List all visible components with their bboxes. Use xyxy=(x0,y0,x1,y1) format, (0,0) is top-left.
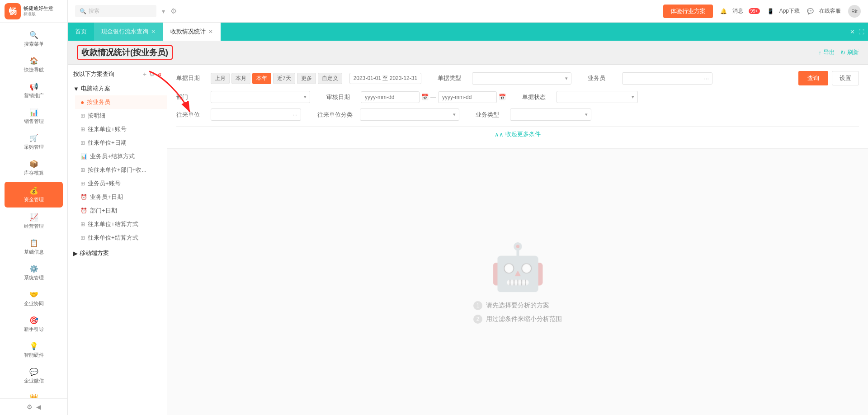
tree-item-unit-settle1[interactable]: ⊞ 往来单位+结算方式 xyxy=(75,217,167,231)
partner-category-select-wrapper xyxy=(360,108,459,121)
sidebar-item-operation[interactable]: 📈 经营管理 xyxy=(0,208,67,234)
unit-account-icon: ⊞ xyxy=(80,126,85,132)
query-btn[interactable]: 查询 xyxy=(798,71,828,85)
tree-item-unit-settle2[interactable]: ⊞ 往来单位+结算方式 xyxy=(75,231,167,245)
logo-title: 畅捷通好生意 xyxy=(24,5,53,11)
panel-settings-icon[interactable]: ⚙ xyxy=(149,71,155,78)
sidebar-item-quick-nav[interactable]: 🏠 快捷导航 xyxy=(0,52,67,78)
tree-item-by-detail[interactable]: ⊞ 按明细 xyxy=(75,109,167,123)
search-dropdown-icon[interactable]: ▾ xyxy=(162,8,165,15)
tab-bank-flow-label: 现金银行流水查询 xyxy=(101,28,148,36)
tab-home[interactable]: 首页 xyxy=(68,28,94,36)
date-btn-7days[interactable]: 近7天 xyxy=(273,73,295,84)
empty-tips: 1 请先选择要分析的方案 2 用过滤条件来缩小分析范围 xyxy=(473,301,562,324)
sidebar-item-enterprise[interactable]: 🤝 企业协同 xyxy=(0,286,67,311)
logo-icon: 畅 xyxy=(5,3,21,19)
date-btn-last-month[interactable]: 上月 xyxy=(211,73,230,84)
date-options-group: 上月 本月 本年 近7天 更多 自定义 xyxy=(211,73,342,84)
collapse-label: 收起更多条件 xyxy=(505,130,541,138)
sidebar-item-inventory[interactable]: 📦 库存核算 xyxy=(0,155,67,181)
search-placeholder: 搜索 xyxy=(89,7,99,15)
sidebar-item-wechat[interactable]: 💬 企业微信 xyxy=(0,363,67,389)
tree-item-sales-settle[interactable]: 📊 业务员+结算方式 xyxy=(75,150,167,163)
sidebar-item-member[interactable]: 👑 畅会员 xyxy=(0,389,67,398)
tab-bank-flow[interactable]: 现金银行流水查询 ✕ xyxy=(94,23,163,41)
tree-item-sales-account[interactable]: ⊞ 业务员+账号 xyxy=(75,177,167,190)
partner-label: 往来单位 xyxy=(176,111,203,119)
search-icon: 🔍 xyxy=(80,8,86,14)
tabbar-close-all-icon[interactable]: ✕ xyxy=(850,28,855,35)
date-btn-this-month[interactable]: 本月 xyxy=(231,73,250,84)
panel-add-icon[interactable]: + xyxy=(143,71,146,78)
sidebar-item-label: 搜索菜单 xyxy=(24,41,44,47)
review-date-to[interactable] xyxy=(438,91,497,103)
tab-collection-stat-close[interactable]: ✕ xyxy=(208,28,213,35)
doc-status-select[interactable] xyxy=(557,91,638,103)
review-date-cal-icon[interactable]: 📅 xyxy=(421,94,429,100)
setting-btn[interactable]: 设置 xyxy=(832,71,859,85)
tab-bank-flow-close[interactable]: ✕ xyxy=(151,28,156,35)
tabbar-maximize-icon[interactable]: ⛶ xyxy=(859,28,864,35)
partner-input[interactable] xyxy=(211,108,301,121)
sidebar-item-label: 采购管理 xyxy=(24,144,44,151)
collapse-sidebar-icon[interactable]: ◀ xyxy=(36,403,41,410)
sidebar-item-system[interactable]: ⚙️ 系统管理 xyxy=(0,260,67,286)
page-title-box: 收款情况统计(按业务员) xyxy=(77,45,173,60)
search-menu-input[interactable]: 🔍 搜索 xyxy=(75,5,156,17)
sales-account-icon: ⊞ xyxy=(80,180,85,187)
tip-1-text: 请先选择要分析的方案 xyxy=(486,302,549,310)
tab-collection-stat[interactable]: 收款情况统计 ✕ xyxy=(163,23,221,41)
online-service-label: 在线客服 xyxy=(819,7,841,15)
review-date-from[interactable] xyxy=(361,91,420,103)
date-range-display: 2023-01-01 至 2023-12-31 xyxy=(349,73,421,84)
export-btn[interactable]: ↑ 导出 xyxy=(819,48,835,57)
sidebar-item-sales[interactable]: 📊 销售管理 xyxy=(0,104,67,129)
sidebar-item-purchase[interactable]: 🛒 采购管理 xyxy=(0,129,67,155)
dept-select[interactable] xyxy=(211,91,310,103)
online-service-group[interactable]: 💬 在线客服 xyxy=(807,7,841,15)
tree-item-unit-account[interactable]: ⊞ 往来单位+账号 xyxy=(75,123,167,136)
sidebar-item-marketing[interactable]: 📢 营销推广 xyxy=(0,78,67,104)
desktop-section-header[interactable]: ▼ 电脑端方案 xyxy=(68,82,167,95)
salesperson-more-icon[interactable]: ··· xyxy=(704,75,709,82)
trial-btn[interactable]: 体验行业方案 xyxy=(663,5,713,18)
version-badge: 标准版 xyxy=(24,11,53,17)
partner-category-select[interactable] xyxy=(360,108,459,121)
refresh-btn[interactable]: ↻ 刷新 xyxy=(840,48,859,57)
tree-item-label: 按业务员 xyxy=(87,98,110,106)
tree-item-dept-date[interactable]: ⏰ 部门+日期 xyxy=(75,204,167,217)
app-download-group[interactable]: 📱 App下载 xyxy=(767,7,800,15)
tree-item-label: 业务员+账号 xyxy=(88,179,121,188)
review-date-cal-icon-2[interactable]: 📅 xyxy=(499,94,506,100)
date-btn-custom[interactable]: 自定义 xyxy=(318,73,342,84)
date-btn-this-year[interactable]: 本年 xyxy=(252,73,271,84)
tree-item-by-salesperson[interactable]: ● 按业务员 xyxy=(75,95,167,109)
notification-icon: 🔔 xyxy=(720,8,727,14)
collapse-filter-btn[interactable]: ∧∧ 收起更多条件 xyxy=(176,126,859,142)
doc-type-select[interactable] xyxy=(472,72,571,85)
panel-collapse-icon[interactable]: « xyxy=(158,71,161,78)
sidebar-item-guide[interactable]: 🎯 新手引导 xyxy=(0,311,67,337)
user-avatar[interactable]: Rit xyxy=(848,5,861,18)
tree-item-label: 部门+日期 xyxy=(90,207,117,215)
sidebar-nav: 🔍 搜索菜单 🏠 快捷导航 📢 营销推广 📊 销售管理 🛒 采购管理 📦 库存核… xyxy=(0,23,67,398)
sidebar-item-finance[interactable]: 💰 资金管理 xyxy=(5,182,63,208)
refresh-icon: ↻ xyxy=(840,49,845,56)
tree-item-sales-date[interactable]: ⏰ 业务员+日期 xyxy=(75,190,167,204)
sidebar-item-basic[interactable]: 📋 基础信息 xyxy=(0,234,67,260)
tab-home-label: 首页 xyxy=(75,28,87,35)
mobile-section-header[interactable]: ▶ 移动端方案 xyxy=(68,246,167,260)
filter-row-1: 单据日期 上月 本月 本年 近7天 更多 自定义 2023-01-01 至 20… xyxy=(176,71,859,85)
topbar-settings-icon[interactable]: ⚙ xyxy=(170,7,177,15)
export-icon: ↑ xyxy=(819,49,822,56)
date-btn-more[interactable]: 更多 xyxy=(297,73,316,84)
biz-type-select[interactable] xyxy=(510,108,591,121)
salesperson-input[interactable] xyxy=(622,72,712,85)
partner-more-icon[interactable]: ··· xyxy=(292,111,297,118)
tree-item-unit-dept-collect[interactable]: ⊞ 按往来单位+部门+收... xyxy=(75,163,167,177)
sidebar-item-search-menu[interactable]: 🔍 搜索菜单 xyxy=(0,26,67,52)
sidebar-item-hardware[interactable]: 💡 智能硬件 xyxy=(0,337,67,363)
tree-item-unit-date[interactable]: ⊞ 往来单位+日期 xyxy=(75,136,167,150)
unit-dept-icon: ⊞ xyxy=(80,167,85,173)
settings-bottom-icon[interactable]: ⚙ xyxy=(27,403,33,410)
